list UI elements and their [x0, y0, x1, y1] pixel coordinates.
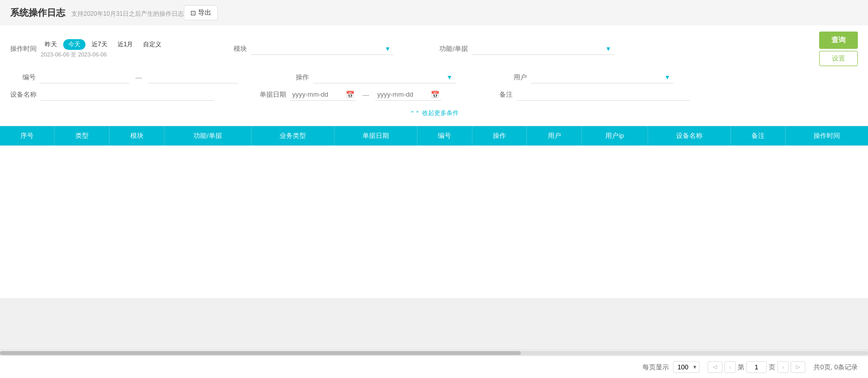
- prev-page-button[interactable]: ‹: [724, 361, 736, 373]
- device-label: 设备名称: [10, 90, 37, 99]
- col-device-name: 设备名称: [648, 126, 731, 146]
- module-select[interactable]: [251, 43, 394, 55]
- top-bar: 系统操作日志 支持2020年10月31日之后产生的操作日志 ⊡ 导出: [0, 0, 868, 25]
- docdate-from-wrapper: 📅: [290, 89, 356, 101]
- calendar-to-icon[interactable]: 📅: [431, 91, 439, 99]
- col-user: 用户: [527, 126, 582, 146]
- number-from-input[interactable]: [40, 71, 129, 83]
- calendar-from-icon[interactable]: 📅: [346, 91, 354, 99]
- time-range-display: 2023-06-06 至 2023-06-06: [41, 51, 165, 59]
- col-biz-type: 业务类型: [251, 126, 334, 146]
- export-icon: ⊡: [190, 9, 196, 17]
- collapse-label: 收起更多条件: [422, 109, 459, 118]
- per-page-label: 每页显示: [642, 363, 669, 372]
- operation-label: 操作: [284, 73, 309, 82]
- settings-button[interactable]: 设置: [819, 51, 858, 66]
- col-op-time: 操作时间: [786, 126, 868, 146]
- operation-filter-item: 操作 ▼: [284, 71, 456, 83]
- function-filter-item: 功能/单据 ▼: [439, 43, 614, 55]
- col-remark: 备注: [731, 126, 786, 146]
- time-filter-group: 昨天 今天 近7天 近1月 自定义 2023-06-06 至 2023-06-0…: [41, 39, 165, 59]
- operation-select[interactable]: [313, 71, 456, 83]
- header-left: 系统操作日志 支持2020年10月31日之后产生的操作日志: [10, 7, 184, 19]
- first-page-button[interactable]: ⊲: [708, 361, 722, 373]
- operation-select-wrapper: ▼: [313, 71, 456, 83]
- col-number: 编号: [417, 126, 472, 146]
- number-label: 编号: [10, 73, 36, 82]
- col-seq: 序号: [0, 126, 54, 146]
- pagination: 每页显示 100 10 20 50 ▼ ⊲ ‹ 第 页 › ⊳ 共0页, 0条记…: [0, 356, 868, 378]
- total-info: 共0页, 0条记录: [814, 363, 858, 372]
- page-suffix: 页: [769, 363, 775, 372]
- number-filter-item: 编号 —: [10, 71, 238, 83]
- col-operation: 操作: [472, 126, 527, 146]
- action-buttons: 查询 设置: [819, 32, 858, 66]
- module-filter-item: 模块 ▼: [221, 43, 394, 55]
- export-button[interactable]: ⊡ 导出: [184, 5, 218, 20]
- number-to-input[interactable]: [148, 71, 238, 83]
- time-btn-7days[interactable]: 近7天: [88, 39, 111, 50]
- time-label: 操作时间: [10, 44, 37, 53]
- user-select-wrapper: ▼: [531, 71, 674, 83]
- empty-area: [0, 146, 868, 298]
- page-subtitle: 支持2020年10月31日之后产生的操作日志: [71, 10, 184, 18]
- function-select-wrapper: ▼: [472, 43, 614, 55]
- filter-row-2: 编号 — 操作 ▼ 用户: [10, 71, 858, 83]
- per-page-wrapper: 100 10 20 50 ▼: [673, 361, 699, 373]
- col-type: 类型: [54, 126, 109, 146]
- page-input[interactable]: [746, 361, 767, 373]
- data-table: 序号 类型 模块 功能/单据 业务类型 单据日期 编号 操作 用户 用户ip 设…: [0, 126, 868, 146]
- collapse-row: ⌃⌃ 收起更多条件: [10, 106, 858, 120]
- last-page-button[interactable]: ⊳: [791, 361, 805, 373]
- time-btn-1month[interactable]: 近1月: [114, 39, 137, 50]
- time-btn-yesterday[interactable]: 昨天: [41, 39, 61, 50]
- module-label: 模块: [221, 44, 247, 53]
- export-label: 导出: [198, 8, 211, 17]
- user-select[interactable]: [531, 71, 674, 83]
- docdate-filter-item: 单据日期 📅 — 📅: [260, 89, 441, 101]
- filter-row-1: 操作时间 昨天 今天 近7天 近1月 自定义 2023-06-06 至 2023…: [10, 32, 858, 66]
- page-nav: ⊲ ‹ 第 页 › ⊳: [708, 361, 806, 373]
- device-filter-item: 设备名称: [10, 89, 214, 101]
- col-doc-date: 单据日期: [334, 126, 417, 146]
- module-select-wrapper: ▼: [251, 43, 394, 55]
- filter-area: 操作时间 昨天 今天 近7天 近1月 自定义 2023-06-06 至 2023…: [0, 25, 868, 126]
- col-function: 功能/单据: [164, 126, 251, 146]
- remark-input[interactable]: [517, 89, 690, 101]
- next-page-button[interactable]: ›: [777, 361, 789, 373]
- user-label: 用户: [501, 73, 527, 82]
- col-user-ip: 用户ip: [582, 126, 648, 146]
- number-separator: —: [135, 74, 142, 81]
- function-label: 功能/单据: [439, 44, 468, 53]
- page-title: 系统操作日志: [10, 7, 65, 19]
- time-buttons: 昨天 今天 近7天 近1月 自定义: [41, 39, 165, 50]
- time-filter-item: 操作时间 昨天 今天 近7天 近1月 自定义 2023-06-06 至 2023…: [10, 39, 165, 59]
- time-btn-today[interactable]: 今天: [63, 39, 86, 50]
- page-wrapper: 系统操作日志 支持2020年10月31日之后产生的操作日志 ⊡ 导出 操作时间 …: [0, 0, 868, 378]
- docdate-separator: —: [362, 91, 369, 99]
- scrollbar-thumb[interactable]: [0, 351, 521, 355]
- device-input[interactable]: [41, 89, 214, 101]
- scrollbar-area[interactable]: [0, 350, 868, 356]
- collapse-icon: ⌃⌃: [410, 110, 420, 117]
- remark-filter-item: 备注: [487, 89, 690, 101]
- scrollbar-track: [0, 351, 868, 355]
- function-select[interactable]: [472, 43, 614, 55]
- remark-label: 备注: [487, 90, 513, 99]
- col-module: 模块: [109, 126, 164, 146]
- docdate-to-wrapper: 📅: [375, 89, 441, 101]
- filter-row-3: 设备名称 单据日期 📅 — 📅 备注: [10, 89, 858, 101]
- time-btn-custom[interactable]: 自定义: [139, 39, 165, 50]
- table-header: 序号 类型 模块 功能/单据 业务类型 单据日期 编号 操作 用户 用户ip 设…: [0, 126, 868, 146]
- table-header-row: 序号 类型 模块 功能/单据 业务类型 单据日期 编号 操作 用户 用户ip 设…: [0, 126, 868, 146]
- page-label: 第: [738, 363, 744, 372]
- user-filter-item: 用户 ▼: [501, 71, 674, 83]
- table-container: 序号 类型 模块 功能/单据 业务类型 单据日期 编号 操作 用户 用户ip 设…: [0, 126, 868, 350]
- per-page-select[interactable]: 100 10 20 50: [673, 361, 699, 373]
- query-button[interactable]: 查询: [819, 32, 858, 49]
- docdate-label: 单据日期: [260, 90, 286, 99]
- collapse-button[interactable]: ⌃⌃ 收起更多条件: [410, 109, 459, 118]
